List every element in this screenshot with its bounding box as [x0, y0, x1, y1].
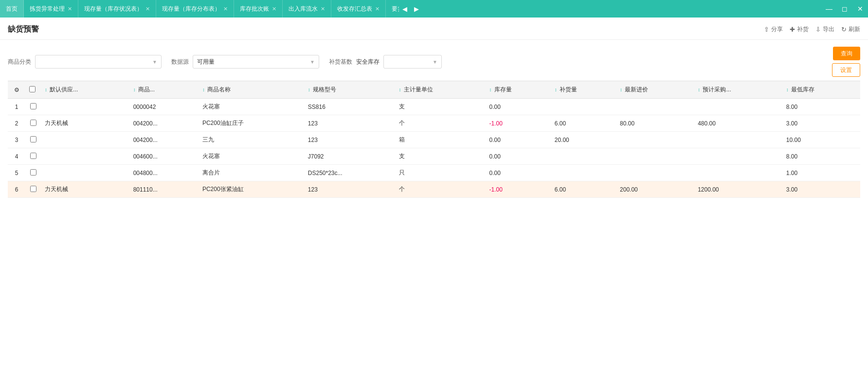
- col-unit[interactable]: ↕ 主计量单位: [395, 81, 486, 99]
- refresh-icon: ↻: [841, 26, 847, 33]
- cell-name: PC200张紧油缸: [199, 181, 304, 198]
- col-latest-price[interactable]: ↕ 最新进价: [616, 81, 694, 99]
- cell-name: 三九: [199, 132, 304, 148]
- col-stock[interactable]: ↕ 库存量: [486, 81, 551, 99]
- cell-name: 火花塞: [199, 148, 304, 165]
- row-select-checkbox[interactable]: [30, 153, 36, 159]
- cell-latest-price: [616, 132, 694, 148]
- row-checkbox-cell: [25, 115, 41, 132]
- header-actions: ⇧ 分享 ✚ 补货 ⇩ 导出 ↻ 刷新: [764, 25, 860, 34]
- col-replenish-label: 补货量: [560, 86, 577, 93]
- cell-est-purchase: [694, 148, 782, 165]
- page-title: 缺货预警: [8, 24, 39, 35]
- tab-item-inventory-dist[interactable]: 现存量（库存分布表）✕: [156, 0, 234, 18]
- cell-unit: 箱: [395, 132, 486, 148]
- col-replenish[interactable]: ↕ 补货量: [551, 81, 616, 99]
- filter-row: 商品分类 ▼ 数据源 可用量 ▼ 补货基数 安全库存 ▼ 查询: [0, 40, 868, 81]
- win-min-btn[interactable]: —: [821, 0, 837, 18]
- cell-unit: 只: [395, 165, 486, 181]
- page-header: 缺货预警 ⇧ 分享 ✚ 补货 ⇩ 导出 ↻ 刷新: [0, 18, 868, 40]
- tab-item-receipt-summary[interactable]: 收发存汇总表✕: [331, 0, 386, 18]
- row-index: 1: [8, 99, 25, 115]
- tab-item-home[interactable]: 首页: [0, 0, 24, 18]
- query-button[interactable]: 查询: [833, 47, 860, 60]
- select-all-checkbox[interactable]: [29, 86, 36, 92]
- tab-prev-btn[interactable]: ◀: [399, 0, 411, 18]
- cell-spec: 123: [304, 181, 395, 198]
- cell-stock: -1.00: [486, 181, 551, 198]
- share-action[interactable]: ⇧ 分享: [764, 25, 783, 34]
- row-select-checkbox[interactable]: [30, 186, 36, 192]
- cell-latest-price: 200.00: [616, 181, 694, 198]
- cell-stock: 0.00: [486, 165, 551, 181]
- cell-est-purchase: 1200.00: [694, 181, 782, 198]
- refresh-action[interactable]: ↻ 刷新: [841, 25, 860, 34]
- col-name-label: 商品名称: [207, 86, 231, 93]
- share-icon: ⇧: [764, 26, 769, 33]
- tab-close-inventory-status[interactable]: ✕: [145, 6, 150, 12]
- cell-stock: 0.00: [486, 148, 551, 165]
- cell-spec: 123: [304, 132, 395, 148]
- tab-item-abnormal[interactable]: 拣货异常处理✕: [24, 0, 78, 18]
- tab-close-inventory-dist[interactable]: ✕: [223, 6, 228, 12]
- tab-close-abnormal[interactable]: ✕: [68, 6, 72, 12]
- row-select-checkbox[interactable]: [30, 120, 36, 126]
- table-row: 6力天机械801110...PC200张紧油缸123个-1.006.00200.…: [8, 181, 860, 198]
- setting-button[interactable]: 设置: [832, 63, 860, 77]
- export-icon: ⇩: [815, 26, 821, 33]
- col-min-stock[interactable]: ↕ 最低库存: [782, 81, 860, 99]
- sort-icon: ↕: [308, 87, 310, 92]
- datasource-select[interactable]: 可用量 ▼: [193, 55, 319, 69]
- gear-icon: ⚙: [14, 87, 19, 93]
- win-restore-btn[interactable]: ◻: [837, 0, 852, 18]
- row-select-checkbox[interactable]: [30, 103, 36, 109]
- tab-close-batch-account[interactable]: ✕: [272, 6, 276, 12]
- cell-replenish: 20.00: [551, 132, 616, 148]
- category-select[interactable]: ▼: [35, 55, 162, 69]
- replenish-action[interactable]: ✚ 补货: [790, 25, 809, 34]
- row-select-checkbox[interactable]: [30, 169, 36, 176]
- col-code[interactable]: ↕ 商品...: [129, 81, 199, 99]
- col-supplier[interactable]: ↕ 默认供应...: [41, 81, 129, 99]
- row-index: 4: [8, 148, 25, 165]
- col-min-stock-label: 最低库存: [791, 86, 814, 93]
- replenish-base-select[interactable]: ▼: [383, 55, 442, 69]
- tab-next-btn[interactable]: ▶: [411, 0, 422, 18]
- replenish-base-chevron-icon: ▼: [433, 59, 437, 65]
- cell-est-purchase: [694, 132, 782, 148]
- tab-item-order-stat[interactable]: 要货单统计表✕: [386, 0, 399, 18]
- col-spec-label: 规格型号: [313, 86, 336, 93]
- cell-stock: -1.00: [486, 115, 551, 132]
- cell-code: 004200...: [129, 132, 199, 148]
- cell-code: 004800...: [129, 165, 199, 181]
- cell-stock: 0.00: [486, 99, 551, 115]
- category-label: 商品分类: [8, 58, 31, 66]
- cell-code: 004200...: [129, 115, 199, 132]
- cell-spec: SS816: [304, 99, 395, 115]
- replenish-base-value: 安全库存: [356, 58, 380, 66]
- win-close-btn[interactable]: ✕: [852, 0, 868, 18]
- col-est-purchase[interactable]: ↕ 预计采购...: [694, 81, 782, 99]
- table-header-row: ⚙ ↕ 默认供应... ↕ 商品... ↕: [8, 81, 860, 99]
- tab-close-receipt-summary[interactable]: ✕: [375, 6, 380, 12]
- col-name[interactable]: ↕ 商品名称: [199, 81, 304, 99]
- datasource-filter-group: 数据源 可用量 ▼: [171, 55, 319, 69]
- cell-min-stock: 8.00: [782, 99, 860, 115]
- col-supplier-label: 默认供应...: [50, 86, 78, 93]
- cell-est-purchase: [694, 99, 782, 115]
- row-checkbox-cell: [25, 99, 41, 115]
- tab-item-batch-account[interactable]: 库存批次账✕: [234, 0, 283, 18]
- row-checkbox-cell: [25, 148, 41, 165]
- cell-supplier: 力天机械: [41, 115, 129, 132]
- col-est-purchase-label: 预计采购...: [703, 86, 731, 93]
- export-action[interactable]: ⇩ 导出: [815, 25, 834, 34]
- col-gear[interactable]: ⚙: [8, 81, 25, 99]
- tab-close-inout-flow[interactable]: ✕: [321, 6, 325, 12]
- cell-min-stock: 3.00: [782, 115, 860, 132]
- tab-item-inout-flow[interactable]: 出入库流水✕: [283, 0, 331, 18]
- row-checkbox-cell: [25, 165, 41, 181]
- row-select-checkbox[interactable]: [30, 136, 36, 142]
- cell-est-purchase: 480.00: [694, 115, 782, 132]
- col-spec[interactable]: ↕ 规格型号: [304, 81, 395, 99]
- tab-item-inventory-status[interactable]: 现存量（库存状况表）✕: [78, 0, 156, 18]
